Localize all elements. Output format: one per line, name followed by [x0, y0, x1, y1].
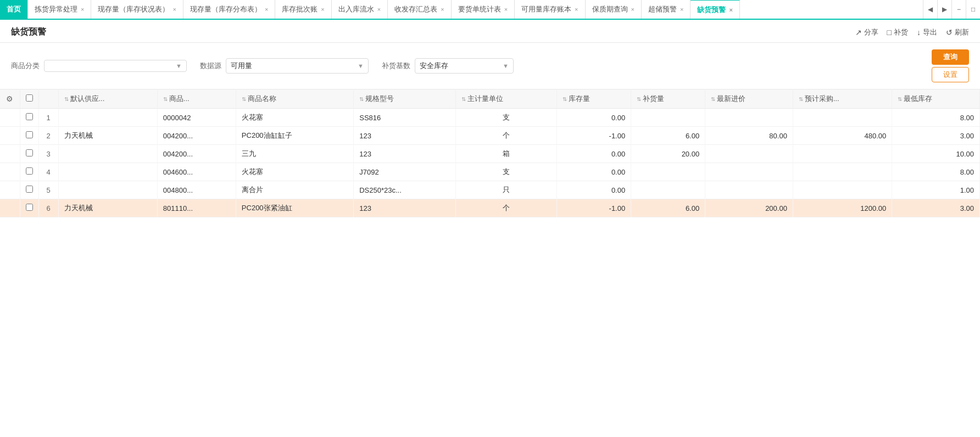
th-latest-price[interactable]: ⇅最新进价 — [705, 89, 793, 109]
th-product-code[interactable]: ⇅商品... — [157, 89, 236, 109]
filter-actions: 查询 设置 — [932, 49, 969, 82]
nav-tab-close-inventory-dist[interactable]: × — [265, 6, 268, 13]
td-min-stock: 10.00 — [892, 145, 980, 163]
datasource-select[interactable]: 可用量 ▼ — [226, 58, 369, 74]
nav-prev-btn[interactable]: ◀ — [923, 0, 937, 19]
td-unit: 个 — [455, 127, 556, 145]
nav-tab-close-batch-account[interactable]: × — [321, 6, 324, 13]
nav-tab-close-available-ledger[interactable]: × — [575, 6, 578, 13]
replenish-base-select[interactable]: 安全库存 ▼ — [415, 58, 514, 74]
select-all-checkbox[interactable] — [26, 94, 33, 102]
replenish-icon: □ — [887, 28, 892, 37]
category-select[interactable]: ▼ — [44, 60, 187, 72]
nav-tab-inout-flow[interactable]: 出入库流水× — [332, 0, 388, 19]
nav-tab-batch-account[interactable]: 库存批次账× — [275, 0, 331, 19]
refresh-btn[interactable]: ↺ 刷新 — [946, 27, 969, 37]
nav-tab-close-receive-summary[interactable]: × — [441, 6, 444, 13]
td-index: 6 — [38, 199, 58, 217]
row-checkbox[interactable] — [26, 131, 33, 138]
query-button[interactable]: 查询 — [932, 49, 969, 65]
nav-tab-close-expiry-query[interactable]: × — [631, 6, 634, 13]
nav-next-btn[interactable]: ▶ — [937, 0, 951, 19]
td-est-purchase — [793, 181, 892, 199]
th-est-purchase[interactable]: ⇅预计采购... — [793, 89, 892, 109]
nav-tab-shortage[interactable]: 缺货预警× — [691, 0, 739, 19]
td-gear — [0, 181, 20, 199]
th-supplier[interactable]: ⇅默认供应... — [58, 89, 157, 109]
row-checkbox[interactable] — [26, 186, 33, 193]
th-unit[interactable]: ⇅主计量单位 — [455, 89, 556, 109]
table-row[interactable]: 5004800...离合片DS250*23c...只0.001.00 — [0, 181, 980, 199]
row-checkbox[interactable] — [26, 113, 33, 120]
sort-icon-9: ⇅ — [799, 96, 803, 102]
share-btn[interactable]: ↗ 分享 — [855, 27, 878, 37]
nav-tab-abnormal[interactable]: 拣货异常处理× — [28, 0, 91, 19]
sort-icon-7: ⇅ — [637, 96, 641, 102]
th-supplier-label: 默认供应... — [70, 94, 105, 104]
replenish-base-chevron-icon: ▼ — [503, 63, 509, 69]
th-spec[interactable]: ⇅规格型号 — [354, 89, 456, 109]
td-stock: 0.00 — [557, 181, 631, 199]
table-row[interactable]: 4004600...火花塞J7092支0.008.00 — [0, 163, 980, 181]
td-gear — [0, 163, 20, 181]
td-cb — [20, 199, 38, 217]
td-index: 4 — [38, 163, 58, 181]
th-replenish-label: 补货量 — [643, 94, 664, 104]
nav-tab-home[interactable]: 首页 — [0, 0, 28, 19]
td-cb — [20, 127, 38, 145]
nav-tab-close-order-stats[interactable]: × — [504, 6, 508, 13]
nav-tab-close-overstock[interactable]: × — [680, 6, 683, 13]
table-row[interactable]: 6力天机械801110...PC200张紧油缸123个-1.006.00200.… — [0, 199, 980, 217]
export-btn[interactable]: ↓ 导出 — [917, 27, 937, 37]
td-latest-price: 80.00 — [705, 127, 793, 145]
td-gear — [0, 127, 20, 145]
nav-tab-label-inventory-status: 现存量（库存状况表） — [98, 4, 169, 14]
td-unit: 个 — [455, 199, 556, 217]
export-icon: ↓ — [917, 28, 921, 37]
td-cb — [20, 109, 38, 127]
table-row[interactable]: 2力天机械004200...PC200油缸缸子123个-1.006.0080.0… — [0, 127, 980, 145]
td-product-code: 004200... — [157, 127, 236, 145]
row-checkbox[interactable] — [26, 167, 33, 175]
nav-tab-close-inout-flow[interactable]: × — [377, 6, 381, 13]
nav-tab-close-abnormal[interactable]: × — [81, 6, 84, 13]
replenish-btn[interactable]: □ 补货 — [887, 27, 908, 37]
td-unit: 支 — [455, 163, 556, 181]
refresh-icon: ↺ — [946, 28, 953, 37]
nav-tab-label-expiry-query: 保质期查询 — [592, 4, 628, 14]
nav-tab-inventory-dist[interactable]: 现存量（库存分布表）× — [183, 0, 275, 19]
td-product-name: PC200张紧油缸 — [236, 199, 353, 217]
row-checkbox[interactable] — [26, 204, 33, 211]
td-product-name: 火花塞 — [236, 163, 353, 181]
nav-tab-close-shortage[interactable]: × — [729, 7, 732, 13]
nav-tab-overstock[interactable]: 超储预警× — [642, 0, 691, 19]
nav-minimize-btn[interactable]: − — [951, 0, 966, 19]
nav-tab-label-receive-summary: 收发存汇总表 — [394, 4, 437, 14]
page-title: 缺货预警 — [11, 26, 46, 38]
nav-tab-expiry-query[interactable]: 保质期查询× — [586, 0, 642, 19]
th-replenish[interactable]: ⇅补货量 — [631, 89, 705, 109]
nav-tab-label-available-ledger: 可用量库存账本 — [521, 4, 571, 14]
table-row[interactable]: 3004200...三九123箱0.0020.0010.00 — [0, 145, 980, 163]
nav-tab-order-stats[interactable]: 要货单统计表× — [452, 0, 515, 19]
row-checkbox[interactable] — [26, 149, 33, 156]
th-min-stock[interactable]: ⇅最低库存 — [892, 89, 980, 109]
nav-tab-inventory-status[interactable]: 现存量（库存状况表）× — [91, 0, 183, 19]
datasource-filter-group: 数据源 可用量 ▼ — [200, 58, 369, 74]
settings-button[interactable]: 设置 — [932, 67, 969, 82]
th-checkbox[interactable] — [20, 89, 38, 109]
td-replenish: 20.00 — [631, 145, 705, 163]
category-chevron-icon: ▼ — [176, 63, 182, 69]
table-row[interactable]: 10000042火花塞SS816支0.008.00 — [0, 109, 980, 127]
td-latest-price — [705, 109, 793, 127]
th-gear[interactable]: ⚙ — [0, 89, 20, 109]
td-supplier — [58, 163, 157, 181]
nav-tab-available-ledger[interactable]: 可用量库存账本× — [515, 0, 585, 19]
nav-maximize-btn[interactable]: □ — [966, 0, 980, 19]
nav-tab-label-order-stats: 要货单统计表 — [458, 4, 501, 14]
th-stock[interactable]: ⇅库存量 — [557, 89, 631, 109]
th-product-name[interactable]: ⇅商品名称 — [236, 89, 353, 109]
td-replenish: 6.00 — [631, 127, 705, 145]
nav-tab-receive-summary[interactable]: 收发存汇总表× — [388, 0, 451, 19]
nav-tab-close-inventory-status[interactable]: × — [172, 6, 176, 13]
